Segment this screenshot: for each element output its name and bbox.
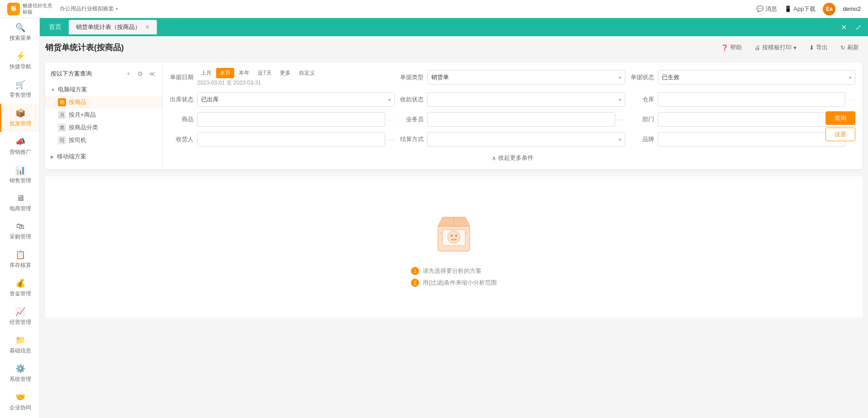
sidebar-item-finance[interactable]: 💰 资金管理: [0, 274, 39, 302]
sidebar-item-enterprise[interactable]: 🤝 企业协同: [0, 388, 39, 416]
query-button[interactable]: 查询: [826, 111, 855, 125]
content-area: 首页 销货单统计表（按商品） ✕ ✕ ⤢ 销货单统计表(按商品) ❓: [40, 18, 868, 418]
filter-more-row: ∧ 收起更多条件: [170, 152, 855, 164]
page-actions: ❓ 帮助 🖨 按模板打印 ▾ ⬇ 导出 ↻: [717, 42, 863, 53]
clipboard-icon: 📋: [15, 250, 25, 260]
date-tab-7days[interactable]: 近7天: [254, 68, 275, 78]
chevron-icon-payment: ▾: [619, 97, 621, 102]
print-arrow-icon: ▾: [793, 44, 797, 51]
filter-select-payment-status[interactable]: ▾: [427, 92, 625, 107]
filter-item-date: 单据日期 上月 本月 本年 近7天: [170, 68, 395, 87]
scheme-section-header-desktop[interactable]: ▼ 电脑端方案: [45, 83, 162, 96]
expand-icon: ▼: [51, 87, 55, 92]
sidebar-item-inventory[interactable]: 📋 库存核算: [0, 245, 39, 274]
top-bar-left: 畅 畅捷信好生意 标版 办公用品行业模拟账套 ▾: [7, 3, 122, 15]
date-tab-custom[interactable]: 自定义: [295, 68, 319, 78]
scheme-item-by-goods[interactable]: 商 按商品: [45, 96, 162, 109]
filter-control-payment-status[interactable]: ▾: [427, 92, 625, 107]
settings-button[interactable]: 设置: [826, 128, 855, 141]
warehouse-input[interactable]: [658, 92, 846, 107]
logo-icon: 畅: [7, 3, 20, 15]
filter-control-out-status[interactable]: 已出库 ▾: [197, 92, 395, 107]
sidebar-item-sales[interactable]: 📊 销售管理: [0, 161, 39, 189]
svg-point-7: [466, 232, 467, 234]
collapse-icon: ∧: [492, 155, 496, 162]
tab-close-icon[interactable]: ✕: [145, 24, 150, 30]
logo-text: 畅捷信好生意 标版: [23, 3, 52, 14]
scheme-section-desktop: ▼ 电脑端方案 商 按商品 月 按月+商品: [45, 81, 162, 148]
tab-expand-button[interactable]: ⤢: [852, 21, 864, 33]
top-bar: 畅 畅捷信好生意 标版 办公用品行业模拟账套 ▾ 💬 消息 📱 App下载 Ea…: [0, 0, 868, 18]
filter-select-out-status[interactable]: 已出库 ▾: [197, 92, 395, 107]
dots-icon-receiver[interactable]: ···: [387, 136, 395, 143]
receiver-input[interactable]: [197, 132, 385, 147]
scheme-section-mobile: ▶ 移动端方案: [45, 148, 162, 165]
scheme-item-by-cashier[interactable]: 司 按司机: [45, 134, 162, 147]
date-tab-last-month[interactable]: 上月: [197, 68, 215, 78]
dots-icon-goods[interactable]: ···: [387, 116, 395, 123]
scheme-item-by-category[interactable]: 类 按商品分类: [45, 121, 162, 134]
dots-icon-warehouse[interactable]: ···: [847, 96, 855, 103]
export-icon: ⬇: [809, 44, 814, 51]
scheme-add-button[interactable]: ＋: [123, 69, 133, 79]
sidebar-item-purchase[interactable]: 🛍 采购管理: [0, 217, 39, 245]
sidebar-item-quick-nav[interactable]: ⚡ 快捷导航: [0, 47, 39, 75]
sidebar-item-search[interactable]: 🔍 搜索菜单: [0, 18, 39, 47]
sidebar-item-system[interactable]: ⚙️ 系统管理: [0, 359, 39, 388]
sidebar-item-basic[interactable]: 📁 基础信息: [0, 331, 39, 359]
page-content: 销货单统计表(按商品) ❓ 帮助 🖨 按模板打印 ▾ ⬇: [40, 36, 868, 418]
filter-label-doc-status: 单据状态: [631, 73, 654, 81]
app-download-button[interactable]: 📱 App下载: [784, 5, 816, 13]
filter-control-doc-type[interactable]: 销货单 ▾: [427, 70, 625, 85]
filter-select-doc-status[interactable]: 已生效 ▾: [658, 70, 855, 85]
export-button[interactable]: ⬇ 导出: [806, 42, 831, 53]
filter-row-4: 收货人 ··· 结算方式: [170, 132, 855, 147]
tab-home[interactable]: 首页: [42, 20, 69, 34]
scheme-collapse-button[interactable]: ≪: [147, 69, 157, 79]
sidebar-item-newbie[interactable]: 🚀 新手引导: [0, 416, 39, 418]
money-icon: 💰: [15, 278, 25, 288]
date-tabs: 上月 本月 本年 近7天 更多 自定义: [197, 68, 393, 78]
step-num-2: 2: [411, 279, 419, 287]
bag-icon: 🛍: [16, 222, 24, 231]
message-button[interactable]: 💬 消息: [756, 5, 777, 13]
scheme-edit-button[interactable]: ⚙: [135, 69, 145, 79]
scheme-item-by-month-goods[interactable]: 月 按月+商品: [45, 109, 162, 121]
filter-select-payment-method[interactable]: ▾: [427, 132, 625, 147]
print-button[interactable]: 🖨 按模板打印 ▾: [751, 42, 800, 53]
lightning-icon: ⚡: [15, 51, 25, 61]
dots-icon-salesperson[interactable]: ···: [617, 116, 625, 123]
refresh-button[interactable]: ↻ 刷新: [837, 42, 863, 53]
filter-control-doc-status[interactable]: 已生效 ▾: [658, 70, 855, 85]
brand-input[interactable]: [658, 132, 846, 147]
sidebar-item-retail[interactable]: 🛒 零售管理: [0, 75, 39, 104]
filter-select-doc-type[interactable]: 销货单 ▾: [427, 70, 625, 85]
user-name[interactable]: demo2: [843, 5, 861, 12]
sidebar-item-wholesale[interactable]: 📦 批发管理: [0, 104, 39, 132]
sidebar-item-operation[interactable]: 📈 经营管理: [0, 302, 39, 331]
filter-control-payment-method[interactable]: ▾: [427, 132, 625, 147]
query-button-area: 查询 设置: [826, 111, 855, 141]
avatar[interactable]: Ea: [823, 3, 835, 15]
salesperson-input[interactable]: [427, 112, 615, 127]
main-layout: 🔍 搜索菜单 ⚡ 快捷导航 🛒 零售管理 📦 批发管理 📣 营销推广 📊 销售管…: [0, 18, 868, 418]
filter-item-receiver: 收货人 ···: [170, 132, 395, 147]
sidebar-item-marketing[interactable]: 📣 营销推广: [0, 132, 39, 161]
date-tab-this-year[interactable]: 本年: [235, 68, 253, 78]
empty-illustration: [427, 204, 481, 258]
filter-row-1: 单据日期 上月 本月 本年 近7天: [170, 68, 855, 87]
goods-input[interactable]: [197, 112, 385, 127]
help-button[interactable]: ❓ 帮助: [717, 42, 745, 53]
sidebar-item-ecommerce[interactable]: 🖥 电商管理: [0, 189, 39, 217]
date-tab-this-month[interactable]: 本月: [216, 68, 234, 78]
tab-sales-stats[interactable]: 销货单统计表（按商品） ✕: [69, 20, 157, 34]
scheme-item-icon: 商: [58, 98, 66, 106]
filter-item-brand: 品牌 ···: [631, 132, 855, 147]
scheme-section-header-mobile[interactable]: ▶ 移动端方案: [45, 150, 162, 163]
filter-label-department: 部门: [631, 115, 654, 124]
scheme-header-actions: ＋ ⚙ ≪: [123, 69, 157, 79]
tab-close-all-button[interactable]: ✕: [837, 21, 850, 33]
date-tab-more[interactable]: 更多: [276, 68, 294, 78]
collapse-button[interactable]: ∧ 收起更多条件: [486, 152, 539, 164]
workspace-selector[interactable]: 办公用品行业模拟账套 ▾: [56, 3, 122, 14]
